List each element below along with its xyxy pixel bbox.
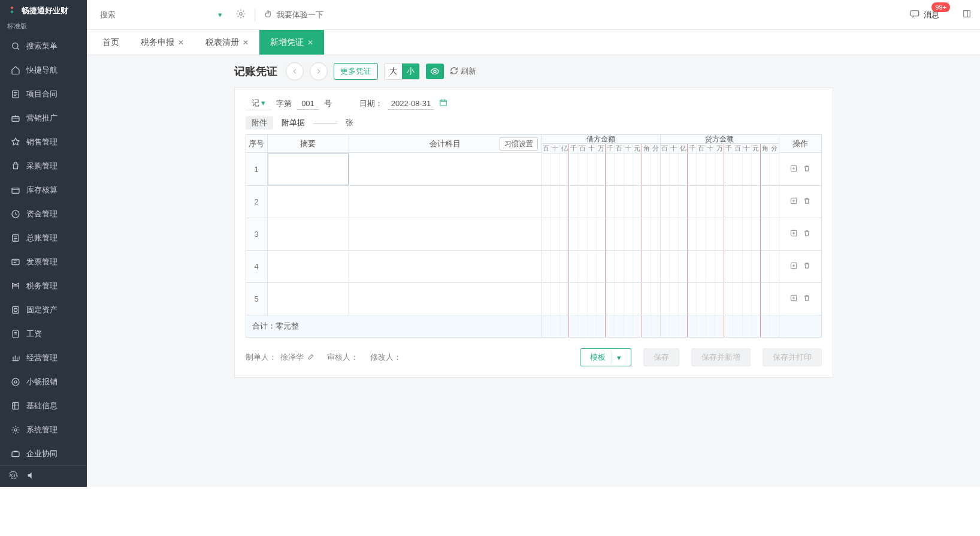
sidebar-item[interactable]: 搜索菜单 [0,34,87,58]
voucher-number-input[interactable]: 001 [297,98,319,110]
edit-maker-icon[interactable] [307,353,315,362]
sidebar-item[interactable]: 基础信息 [0,394,87,418]
sidebar-icon [11,305,20,315]
sidebar-item[interactable]: 工资 [0,322,87,346]
cell-subject[interactable] [349,153,542,186]
chevron-down-icon[interactable]: ▾ [612,353,621,362]
sidebar-item[interactable]: 经营管理 [0,346,87,370]
table-row: 5 [246,283,821,315]
sidebar-item[interactable]: 总账管理 [0,226,87,250]
delete-row-icon[interactable] [803,197,811,207]
tab[interactable]: 新增凭证✕ [259,30,324,55]
preview-button[interactable] [426,64,444,79]
table-row: 3 [246,218,821,251]
sidebar-icon [11,329,20,339]
habit-settings-button[interactable]: 习惯设置 [500,137,538,150]
save-print-button[interactable]: 保存并打印 [763,348,822,366]
cell-credit[interactable] [661,251,779,283]
settings-icon[interactable] [8,471,18,482]
cell-abstract[interactable] [268,251,349,283]
cell-debit[interactable] [542,186,661,218]
sidebar-item[interactable]: 营销推广 [0,106,87,130]
cell-abstract[interactable] [268,218,349,251]
sidebar-item[interactable]: 税务管理 [0,274,87,298]
cell-subject[interactable] [349,251,542,283]
tool-row: 记账凭证 更多凭证 大 小 刷新 [234,62,833,80]
hand-icon [264,9,273,20]
sidebar-item[interactable]: 资金管理 [0,202,87,226]
cell-abstract[interactable] [268,153,349,186]
size-small-button[interactable]: 小 [402,64,419,79]
next-button[interactable] [310,62,328,80]
sidebar-item[interactable]: 采购管理 [0,154,87,178]
cell-credit[interactable] [661,186,779,218]
cell-debit[interactable] [542,153,661,186]
chevron-down-icon[interactable]: ▾ [218,10,222,19]
sidebar-item[interactable]: 固定资产 [0,298,87,322]
sidebar-item-label: 发票管理 [26,257,58,267]
gear-icon[interactable] [235,8,246,21]
sidebar-item[interactable]: 快捷导航 [0,58,87,82]
sound-icon[interactable] [26,471,36,482]
svg-rect-6 [12,259,19,264]
delete-row-icon[interactable] [803,261,811,272]
add-row-icon[interactable] [790,229,798,239]
save-new-button[interactable]: 保存并新增 [691,348,751,366]
voucher-type-select[interactable]: 记 ▾ [246,97,272,110]
add-row-icon[interactable] [790,164,798,174]
sidebar-item[interactable]: 销售管理 [0,130,87,154]
close-icon[interactable]: ✕ [243,38,249,47]
tab[interactable]: 首页 [92,30,130,55]
message-button[interactable]: 消息 99+ [909,8,939,21]
auditor: 审核人： [327,352,358,363]
attachment-button[interactable]: 附件 [246,116,273,130]
cell-credit[interactable] [661,218,779,251]
sidebar-item[interactable]: 项目合同 [0,82,87,106]
svg-rect-7 [13,307,19,314]
message-icon [909,8,920,21]
add-row-icon[interactable] [790,294,798,304]
delete-row-icon[interactable] [803,229,811,239]
sidebar-item[interactable]: 小畅报销 [0,370,87,394]
date-value[interactable]: 2022-08-31 [388,98,435,110]
try-text: 我要体验一下 [277,10,323,20]
sidebar-item[interactable]: 企业协同 [0,442,87,465]
cell-debit[interactable] [542,218,661,251]
panel-toggle-icon[interactable] [962,9,972,20]
cell-subject[interactable] [349,186,542,218]
sidebar-item[interactable]: 发票管理 [0,250,87,274]
tab[interactable]: 税表清册✕ [195,30,259,55]
cell-credit[interactable] [661,153,779,186]
sidebar-item[interactable]: 系统管理 [0,418,87,442]
abstract-input[interactable] [268,153,349,185]
add-row-icon[interactable] [790,261,798,272]
delete-row-icon[interactable] [803,294,811,304]
template-button[interactable]: 模板▾ [580,348,631,366]
delete-row-icon[interactable] [803,164,811,174]
prev-button[interactable] [286,62,304,80]
calendar-icon[interactable] [439,98,447,109]
save-button[interactable]: 保存 [643,348,679,366]
cell-credit[interactable] [661,283,779,315]
cell-abstract[interactable] [268,186,349,218]
cell-subject[interactable] [349,218,542,251]
tab[interactable]: 税务申报✕ [130,30,195,55]
close-icon[interactable]: ✕ [178,38,184,47]
cell-debit[interactable] [542,251,661,283]
try-link[interactable]: 我要体验一下 [264,9,323,20]
more-voucher-button[interactable]: 更多凭证 [334,63,378,80]
refresh-button[interactable]: 刷新 [450,66,476,77]
sidebar-item-label: 系统管理 [26,424,58,435]
sidebar-item-label: 基础信息 [26,401,58,411]
sheet-count-input[interactable] [313,123,337,124]
search-wrap: ▾ [95,8,227,22]
sidebar-item-label: 工资 [26,329,42,339]
search-input[interactable] [100,10,214,19]
cell-debit[interactable] [542,283,661,315]
cell-abstract[interactable] [268,283,349,315]
size-large-button[interactable]: 大 [385,64,402,79]
sidebar-item[interactable]: 库存核算 [0,178,87,202]
cell-subject[interactable] [349,283,542,315]
add-row-icon[interactable] [790,197,798,207]
close-icon[interactable]: ✕ [307,38,313,47]
